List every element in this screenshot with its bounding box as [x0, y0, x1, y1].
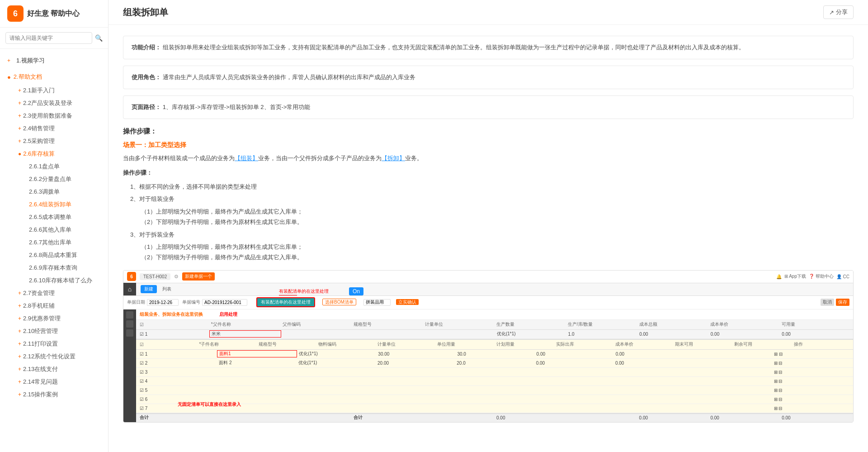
sidebar-item-faq[interactable]: + 2.14常见问题: [7, 376, 108, 388]
mock-save-btn[interactable]: 保存: [836, 299, 849, 306]
mock-body: 组装业务、拆卸业务在这里切换 启用处理 ☑ *父件名称 父件编码: [123, 309, 853, 422]
mock-th-1: *父件名称: [209, 321, 281, 328]
sidebar-item-sales[interactable]: + 2.4销售管理: [7, 122, 108, 135]
mock-th-2: 父件编码: [281, 321, 352, 328]
mock-select-bom-label: 选择BOM清单: [322, 299, 356, 305]
step1: 1、根据不同的业务，选择不同单据的类型来处理: [130, 181, 854, 192]
step-list: 1、根据不同的业务，选择不同单据的类型来处理 2、对于组装业务 （1）上部明细为…: [130, 181, 854, 263]
sidebar-item-cases[interactable]: + 2.15操作案例: [7, 388, 108, 401]
mock-settings-icon: ⚙: [174, 274, 179, 280]
sidebar-item-print[interactable]: + 2.11打印设置: [7, 338, 108, 350]
sidebar-item-videos[interactable]: + 1.视频学习: [0, 53, 108, 68]
sidebar-item-cost-recalc[interactable]: 2.6.8商品成本重算: [13, 249, 108, 262]
role-block: 使用角色： 通常由生产人员或库管人员完成拆装业务的操作，库管人员确认原材料的出库…: [123, 66, 854, 89]
mock-bell-icon: 🔔: [776, 274, 782, 279]
mock-num-input[interactable]: [202, 299, 247, 306]
mock-bth-7: 实际出库: [554, 341, 614, 347]
mock-left-icon-2: [126, 320, 133, 328]
step2: 2、对于组装业务: [130, 194, 854, 204]
step3-sub1: （1）上部明细为父件明细，最终作为原材料生成其它出库单；: [141, 242, 854, 252]
mock-footer-totals: 合计 合计 0.00 0.00 0.00 0.00: [136, 413, 853, 422]
sidebar-item-operations[interactable]: + 2.10经营管理: [7, 325, 108, 338]
mock-th-8: 成本单价: [708, 321, 780, 328]
sidebar-item-data-prep[interactable]: + 2.3使用前数据准备: [7, 109, 108, 122]
sidebar-item-stock-ledger[interactable]: 2.6.9库存账本查询: [13, 262, 108, 274]
sidebar-item-docs[interactable]: ● 2.帮助文档: [0, 70, 108, 84]
sidebar-item-partial-stocktake[interactable]: 2.6.2分量盘点单: [13, 173, 108, 186]
mock-new-doc-btn[interactable]: 新建单据一个: [182, 272, 215, 281]
mock-th-7: 成本总额: [637, 321, 709, 328]
mock-home-icon: ⌂: [128, 285, 132, 293]
mock-app: 6 TEST-H002 ⚙ 新建单据一个 🔔 ⊞ App下载 ❓ 帮助中心 👤 …: [123, 271, 853, 422]
mock-tab-list[interactable]: 列表: [159, 285, 175, 293]
mock-th-6: 生产/库/数量: [566, 321, 637, 328]
sidebar-item-payment[interactable]: + 2.13在线支付: [7, 363, 108, 376]
mock-th-5: 生产数量: [495, 321, 566, 328]
link-disassembly: 【拆卸】: [382, 155, 405, 162]
main-header: 组装拆卸单 ↗ 分享: [108, 0, 868, 25]
path-label: 页面路径：: [132, 104, 161, 110]
search-button[interactable]: 🔍: [95, 34, 103, 42]
search-bar: 🔍: [0, 28, 108, 49]
mock-bth-2: 规格型号: [257, 341, 316, 347]
sidebar-item-finance[interactable]: + 2.7资金管理: [7, 287, 108, 300]
role-label: 使用角色：: [132, 74, 161, 81]
nav-sub-items-2: + 2.1新手入门 + 2.2产品安装及登录 + 2.3使用前数据准备 + 2.…: [0, 84, 108, 401]
mock-confirm-btn[interactable]: 立实确认: [396, 299, 419, 305]
share-icon: ↗: [829, 9, 834, 16]
status-on-badge[interactable]: On: [349, 287, 363, 295]
mock-select-bom-btn[interactable]: 选择BOM清单: [322, 299, 356, 305]
sidebar-item-settings[interactable]: + 2.12系统个性化设置: [7, 350, 108, 363]
mock-td-cost-unit: 0.00: [709, 332, 780, 337]
mock-btr-5: ☑ 5 ⊞ ⊟: [136, 386, 853, 395]
mock-left-panel: [123, 309, 136, 422]
mock-confirm-label: 立实确认: [396, 299, 419, 305]
sidebar-item-transfer[interactable]: 2.6.3调拨单: [13, 186, 108, 198]
plus-icon-1: +: [7, 57, 14, 64]
sidebar-item-other-in[interactable]: 2.6.6其他入库单: [13, 224, 108, 236]
sidebar-item-cost-adjust[interactable]: 2.6.5成本调整单: [13, 211, 108, 224]
plus-icon-2.8: +: [18, 303, 21, 309]
sidebar-item-mobile[interactable]: + 2.8手机旺辅: [7, 300, 108, 312]
mock-btr-7: ☑ 7 ⊞ ⊟: [136, 404, 853, 413]
sidebar-item-inventory[interactable]: ● 2.6库存核算: [7, 147, 108, 160]
sidebar-item-stocktake[interactable]: 2.6.1盘点单: [13, 160, 108, 173]
mock-bom-area: 有装配清单的在这里处理 有装配清单的在这里处理: [256, 297, 315, 307]
mock-btr-1: ☑ 1 面料1 优化(1*1) 30.00 30.0 0.00 0.00 ⊞ ⊟: [136, 350, 853, 359]
main-content-area: 组装拆卸单 ↗ 分享 功能介绍： 组装拆卸单用来处理企业组装或拆卸等加工业务，支…: [108, 0, 868, 452]
sidebar-item-assembly[interactable]: 2.6.4组装拆卸单: [13, 198, 108, 211]
mock-tabs: ⌂ 新建 列表: [123, 283, 853, 296]
mock-date-input[interactable]: [147, 299, 179, 306]
sidebar-item-coupon[interactable]: + 2.9优惠券管理: [7, 312, 108, 325]
step2-sub1: （1）上部明细为父件明细，最终作为产成品生成其它入库单；: [141, 206, 854, 217]
mock-top-icons: 🔔 ⊞ App下载 ❓ 帮助中心 👤 CC: [776, 273, 849, 280]
nav-section-1: + 1.视频学习: [0, 52, 108, 69]
search-input[interactable]: [5, 32, 92, 44]
mock-type-input[interactable]: [363, 299, 391, 306]
mock-bth-11: 操作: [792, 341, 852, 347]
sidebar-item-newbie[interactable]: + 2.1新手入门: [7, 84, 108, 97]
step3: 3、对于拆装业务: [130, 229, 854, 240]
mock-btr-2: ☑ 2 面料 2 优化(1*1) 20.00 20.0 0.00 0.00 ⊞ …: [136, 359, 853, 368]
mock-logo: 6: [127, 272, 136, 281]
sidebar: 6 好生意 帮助中心 🔍 + 1.视频学习 ● 2.帮助文档 + 2.1新手入门: [0, 0, 108, 452]
mock-td-cost-total: 0.00: [637, 332, 709, 337]
mock-tab-new[interactable]: 新建: [141, 285, 157, 293]
mock-td-checkbox: ☑ 1: [138, 332, 209, 337]
nav-section-2: ● 2.帮助文档 + 2.1新手入门 + 2.2产品安装及登录 + 2.3使用前…: [0, 69, 108, 402]
mock-th-0: ☑: [138, 322, 209, 327]
mock-bottom-table-header: ☑ *子件名称 规格型号 物料编码 计量单位 单位用量 计划用量 实际出库 成本…: [136, 340, 853, 350]
share-button[interactable]: ↗ 分享: [823, 5, 854, 19]
sidebar-item-stock-error[interactable]: 2.6.10库存账本错了么办: [13, 274, 108, 287]
scene1-desc: 当由多个子件材料组装成一个成品的业务为【组装】业务，当由一个父件拆分成多个子产品…: [123, 153, 854, 163]
sidebar-item-purchase[interactable]: + 2.5采购管理: [7, 135, 108, 147]
mock-bth-10: 剩余可用: [732, 341, 792, 347]
step2-sub2: （2）下部明细为子件明细，最终作为原材料生成其它出库单。: [141, 217, 854, 227]
sidebar-item-install[interactable]: + 2.2产品安装及登录: [7, 97, 108, 109]
feature-intro-label: 功能介绍：: [132, 44, 161, 51]
mock-left-icon-1: [126, 311, 133, 319]
sidebar-item-other-out[interactable]: 2.6.7其他出库单: [13, 236, 108, 249]
mock-cancel-btn[interactable]: 取消: [821, 299, 834, 306]
mock-bth-5: 单位用量: [435, 341, 495, 347]
link-assembly: 【组装】: [235, 155, 258, 162]
